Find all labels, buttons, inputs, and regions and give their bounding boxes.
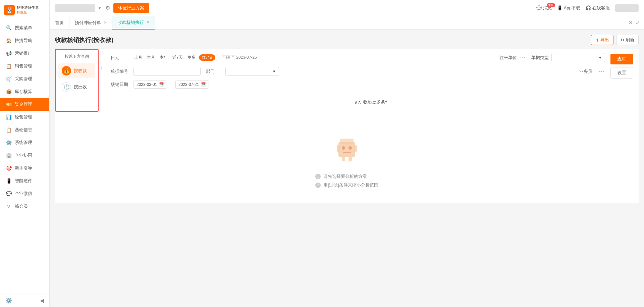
date-custom-tag[interactable]: 自定义 (199, 54, 215, 61)
industry-btn[interactable]: 体验行业方案 (113, 3, 149, 13)
tab-close-all-icon[interactable]: ✕ (629, 19, 633, 26)
filter-option-by-receivable[interactable]: 🕐 按应收 (58, 80, 95, 94)
tip-text-1: 请先选择要分析的方案 (323, 172, 367, 181)
sidebar-item-shortcut[interactable]: 🏠 快捷导航 (0, 34, 49, 47)
svg-rect-8 (348, 157, 352, 161)
sidebar-item-search[interactable]: 🔍 搜索菜单 (0, 21, 49, 34)
tip-num-2: 2 (315, 183, 321, 188)
filter-wrapper: 按以下方查询 💰 按收款 🕐 按应收 《 (55, 49, 639, 112)
nav-label-purchase: 采购管理 (15, 76, 32, 82)
logo-text: 畅捷通好生意 (17, 5, 39, 10)
message-btn[interactable]: 💬 消息 99+ (536, 5, 552, 11)
nav-icon-shortcut: 🏠 (5, 38, 12, 43)
svg-rect-6 (354, 145, 357, 152)
date-range-separator: — (169, 82, 173, 87)
tip-text-2: 用[过滤]条件来缩小分析范围 (323, 181, 378, 190)
tabbar-actions: ✕ ⤢ (629, 19, 644, 26)
date-last-month[interactable]: 上月 (133, 54, 144, 61)
query-btn[interactable]: 查询 (610, 54, 633, 64)
logo-sub: 标准版 (17, 10, 39, 15)
doc-no-label: 单据编号 (111, 68, 128, 74)
svg-rect-4 (343, 152, 351, 153)
collapse-sidebar-icon[interactable]: ◀︎ (40, 297, 44, 304)
filter-option-by-collection[interactable]: 💰 按收款 (58, 63, 95, 78)
filter-collapse-btn[interactable]: 《 (99, 49, 105, 112)
counterparty-dots[interactable]: ··· (520, 55, 526, 61)
verify-date-start-icon: 📅 (159, 82, 164, 87)
dept-select[interactable]: ▾ (225, 67, 279, 76)
nav-icon-system: ⚙️ (5, 140, 12, 145)
filter-actions: 查询 设置 (610, 53, 633, 79)
tab-prepay-close[interactable]: ✕ (104, 20, 107, 25)
refresh-btn[interactable]: ↻ 刷新 (616, 35, 639, 45)
sidebar-item-newbie[interactable]: 🎯 新手引导 (0, 162, 49, 174)
date-7days[interactable]: 近7天 (171, 54, 184, 61)
nav-label-operations: 经营管理 (15, 114, 32, 120)
tab-prepay[interactable]: 预付冲应付单 ✕ (69, 16, 112, 30)
settings-btn[interactable]: 设置 (610, 67, 633, 79)
content-area: 收款核销执行(按收款) ⬆ 导出 ↻ 刷新 按以下方查询 💰 (50, 30, 644, 307)
page-actions: ⬆ 导出 ↻ 刷新 (591, 35, 639, 45)
online-service-btn[interactable]: 🎧 在线客服 (586, 5, 610, 11)
nav-label-newbie: 新手引导 (15, 165, 32, 171)
sidebar-item-operations[interactable]: 📊 经营管理 (0, 111, 49, 123)
nav-icon-wechat: 💬 (5, 191, 12, 196)
nav-label-hardware: 智能硬件 (15, 178, 32, 184)
nav-label-marketing: 营销推广 (15, 50, 32, 56)
sidebar-item-hardware[interactable]: 📱 智能硬件 (0, 174, 49, 187)
nav-icon-vip: V (5, 204, 12, 209)
tip-num-1: 1 (315, 174, 321, 179)
sidebar-item-system[interactable]: ⚙️ 系统管理 (0, 136, 49, 149)
sidebar-item-vip[interactable]: V 畅会员 (0, 200, 49, 213)
sidebar-logo: 🐰 畅捷通好生意 标准版 (0, 0, 49, 20)
verify-date-end[interactable]: 2023-07-21 📅 (175, 81, 209, 89)
sidebar-item-basic[interactable]: 📋 基础信息 (0, 123, 49, 136)
filter-form-main: 日期 上月 本月 本年 近7天 更多 自定义 (111, 53, 605, 93)
date-this-year[interactable]: 本年 (158, 54, 169, 61)
counterparty-label: 往来单位 (499, 55, 517, 61)
app-download-btn[interactable]: 📱 App下载 (557, 5, 580, 11)
doc-no-input[interactable] (133, 67, 201, 76)
sidebar-item-inventory[interactable]: 📦 库存核算 (0, 85, 49, 98)
nav-label-wechat: 企业微信 (15, 191, 32, 197)
tab-fullscreen-icon[interactable]: ⤢ (636, 19, 640, 26)
date-this-month[interactable]: 本月 (146, 54, 156, 61)
export-btn[interactable]: ⬆ 导出 (591, 35, 613, 45)
staff-field: 业务员 ··· (579, 68, 605, 74)
date-limit-text: 不限 至 2023-07-26 (222, 55, 257, 60)
sidebar-item-finance[interactable]: 💴 资金管理 (0, 98, 49, 111)
nav-label-sales: 销售管理 (15, 63, 32, 69)
nav-icon-inventory: 📦 (5, 89, 12, 94)
topbar-gear-icon[interactable]: ⚙ (105, 5, 110, 11)
sidebar-item-wechat[interactable]: 💬 企业微信 (0, 187, 49, 200)
service-label: 在线客服 (592, 5, 610, 11)
sidebar-item-marketing[interactable]: 📢 营销推广 (0, 47, 49, 60)
settings-icon[interactable]: ⚙️ (5, 297, 12, 304)
counterparty-field: 往来单位 ··· (499, 55, 526, 61)
staff-label: 业务员 (579, 68, 596, 74)
nav-icon-basic: 📋 (5, 127, 12, 133)
nav-label-enterprise: 企业协同 (15, 152, 32, 158)
topbar-chevron-icon[interactable]: ▾ (99, 6, 101, 10)
doc-type-chevron: ▾ (599, 55, 601, 60)
doc-type-select[interactable]: ▾ (551, 53, 605, 62)
tab-collection[interactable]: 收款核销执行 ✕ (112, 16, 155, 30)
verify-date-end-value: 2023-07-21 (178, 82, 199, 87)
nav-icon-finance: 💴 (5, 102, 12, 107)
tab-home[interactable]: 首页 (50, 16, 69, 30)
collapse-more-label: 收起更多条件 (363, 99, 389, 105)
export-label: 导出 (600, 37, 609, 43)
sidebar-item-sales[interactable]: 📋 销售管理 (0, 60, 49, 72)
date-more[interactable]: 更多 (186, 54, 197, 61)
sidebar-item-enterprise[interactable]: 🏢 企业协同 (0, 149, 49, 162)
sidebar-item-purchase[interactable]: 🛒 采购管理 (0, 72, 49, 85)
collapse-more-btn[interactable]: ∧∧ 收起更多条件 (111, 96, 633, 108)
filter-type-panel: 按以下方查询 💰 按收款 🕐 按应收 (55, 49, 99, 112)
staff-dots[interactable]: ··· (599, 68, 605, 74)
verify-date-start[interactable]: 2023-03-01 📅 (133, 81, 167, 89)
logo-icon: 🐰 (4, 5, 15, 15)
empty-tips: 1 请先选择要分析的方案 2 用[过滤]条件来缩小分析范围 (315, 172, 378, 190)
tab-collection-close[interactable]: ✕ (147, 20, 150, 24)
main-area: ▾ ⚙ 体验行业方案 💬 消息 99+ 📱 App下载 🎧 在线客服 首页 (50, 0, 644, 307)
filter-collection-label: 按收款 (74, 68, 87, 74)
